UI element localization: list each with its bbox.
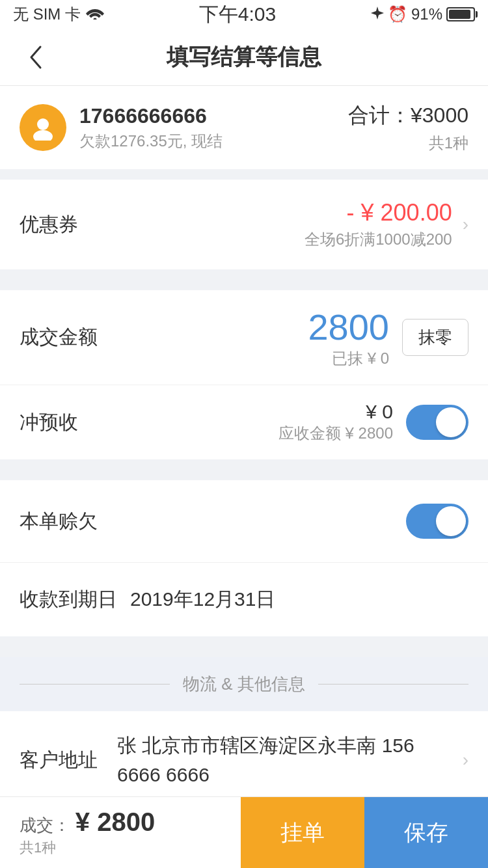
coupon-right: - ¥ 200.00 全场6折满1000减200 ›: [305, 199, 468, 250]
prepay-right: ¥ 0 应收金额 ¥ 2800: [278, 401, 468, 444]
debt-toggle[interactable]: [406, 504, 468, 539]
logistics-divider: 物流 & 其他信息: [0, 657, 488, 711]
footer-amount: ¥ 2800: [75, 807, 155, 836]
divider-2: [0, 470, 488, 480]
coupon-chevron: ›: [463, 214, 468, 235]
customer-right: 合计：¥3000 共1种: [348, 102, 468, 154]
debt-section: 本单赊欠 收款到期日 2019年12月31日: [0, 480, 488, 636]
prepay-values: ¥ 0 应收金额 ¥ 2800: [278, 401, 393, 444]
debt-toggle-knob: [436, 506, 466, 536]
footer-deal-label: 成交： ¥ 2800: [20, 807, 221, 837]
address-row[interactable]: 客户地址 张 北京市市辖区海淀区永丰南 156 6666 6666 ›: [0, 711, 488, 809]
address-value: 张 北京市市辖区海淀区永丰南 156 6666 6666: [117, 731, 463, 789]
address-chevron: ›: [463, 750, 468, 770]
footer: 成交： ¥ 2800 共1种 挂单 保存: [0, 796, 488, 868]
divider-line-right: [318, 684, 468, 685]
back-button[interactable]: [16, 38, 55, 77]
debt-row: 本单赊欠: [0, 480, 488, 563]
prepay-row: 冲预收 ¥ 0 应收金额 ¥ 2800: [0, 385, 488, 459]
prepay-toggle-knob: [436, 407, 466, 437]
svg-point-2: [33, 130, 53, 141]
coupon-amount: - ¥ 200.00: [305, 199, 452, 226]
amount-label: 成交金额: [20, 324, 98, 351]
deal-text: 成交：: [20, 815, 70, 835]
coupon-label: 优惠券: [20, 211, 78, 238]
amount-sub: 已抹 ¥ 0: [308, 348, 389, 369]
logistics-label: 物流 & 其他信息: [170, 673, 318, 696]
customer-card: 17666666666 欠款1276.35元, 现结 合计：¥3000 共1种: [0, 86, 488, 169]
total-count: 共1种: [348, 133, 468, 154]
amount-right: 2800 已抹 ¥ 0 抹零: [308, 306, 468, 369]
customer-left: 17666666666 欠款1276.35元, 现结: [20, 104, 223, 152]
battery-icon: [446, 7, 475, 21]
alarm-icon: ⏰: [388, 5, 407, 23]
status-bar: 无 SIM 卡 下午4:03 ⏰ 91%: [0, 0, 488, 29]
location-icon: [371, 5, 384, 23]
customer-info: 17666666666 欠款1276.35元, 现结: [79, 104, 223, 152]
coupon-row[interactable]: 优惠券 - ¥ 200.00 全场6折满1000减200 ›: [0, 180, 488, 269]
status-right: ⏰ 91%: [371, 5, 475, 23]
total-amount: 合计：¥3000: [348, 102, 468, 130]
sim-signal: 无 SIM 卡: [13, 4, 81, 25]
debt-label: 本单赊欠: [20, 508, 98, 535]
coupon-section: 优惠券 - ¥ 200.00 全场6折满1000减200 ›: [0, 180, 488, 269]
nav-bar: 填写结算等信息: [0, 29, 488, 86]
save-button[interactable]: 保存: [364, 797, 488, 869]
wifi-icon: [86, 5, 104, 23]
avatar: [20, 104, 66, 151]
footer-count: 共1种: [20, 838, 221, 858]
pending-button[interactable]: 挂单: [241, 797, 364, 869]
divider-line-left: [20, 684, 170, 685]
prepay-toggle[interactable]: [406, 405, 468, 440]
prepay-label: 冲预收: [20, 409, 78, 436]
customer-phone: 17666666666: [79, 104, 223, 128]
due-date-value: 2019年12月31日: [130, 586, 275, 613]
amount-value: 2800: [308, 306, 389, 348]
prepay-value: ¥ 0: [278, 401, 393, 423]
svg-point-0: [94, 18, 97, 20]
content-area: 17666666666 欠款1276.35元, 现结 合计：¥3000 共1种 …: [0, 86, 488, 868]
round-button[interactable]: 抹零: [402, 319, 468, 356]
customer-note: 欠款1276.35元, 现结: [79, 131, 223, 152]
page-title: 填写结算等信息: [167, 42, 321, 72]
transaction-section: 成交金额 2800 已抹 ¥ 0 抹零 冲预收 ¥ 0 应收金额 ¥ 2800: [0, 290, 488, 459]
address-label: 客户地址: [20, 747, 98, 774]
prepay-sub: 应收金额 ¥ 2800: [278, 423, 393, 444]
status-left: 无 SIM 卡: [13, 4, 104, 25]
divider-3: [0, 647, 488, 657]
svg-point-1: [37, 118, 49, 130]
status-time: 下午4:03: [199, 1, 276, 28]
date-row: 收款到期日 2019年12月31日: [0, 563, 488, 636]
due-date-label: 收款到期日: [20, 586, 117, 613]
footer-info: 成交： ¥ 2800 共1种: [0, 807, 241, 858]
amount-row: 成交金额 2800 已抹 ¥ 0 抹零: [0, 290, 488, 385]
battery-percent: 91%: [411, 5, 442, 23]
divider-1: [0, 280, 488, 290]
coupon-detail: 全场6折满1000减200: [305, 229, 452, 250]
